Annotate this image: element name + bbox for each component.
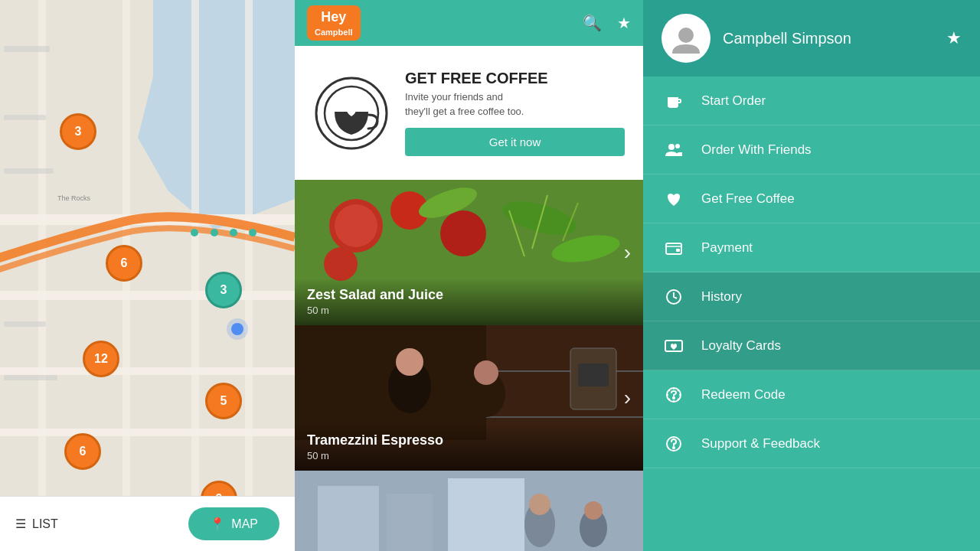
map-label: MAP	[231, 517, 258, 531]
card-arrow-1: ›	[624, 240, 631, 265]
sidebar-header: Campbell Simpson ★	[643, 0, 980, 77]
heart-icon	[662, 187, 686, 211]
list-icon: ☰	[15, 517, 26, 531]
logo-badge: Hey Campbell	[307, 5, 361, 41]
map-bottom-bar: ☰ LIST 📍 MAP	[0, 496, 295, 551]
map-panel: The Rocks 3 6 3 12 5 6 9 ☰ LIST 📍 MAP	[0, 0, 295, 551]
svg-point-66	[673, 447, 675, 448]
content-panel: Hey Campbell 🔍 ★ GET FREE COFFEE	[295, 0, 643, 551]
restaurant-card-3[interactable]	[295, 471, 643, 551]
restaurant-distance-2: 50 m	[307, 450, 631, 461]
svg-rect-12	[4, 321, 46, 327]
svg-point-28	[324, 247, 358, 281]
svg-point-16	[191, 229, 198, 236]
svg-rect-9	[4, 46, 50, 52]
restaurant-distance-1: 50 m	[307, 305, 631, 316]
svg-point-15	[227, 318, 248, 340]
card-overlay-2: Tramezzini Espresso 50 m	[295, 423, 643, 471]
menu-label-start-order: Start Order	[701, 93, 766, 109]
svg-rect-51	[448, 478, 524, 551]
map-button[interactable]: 📍 MAP	[188, 507, 279, 540]
svg-point-41	[396, 348, 423, 376]
card-arrow-2: ›	[624, 386, 631, 410]
svg-rect-45	[578, 364, 609, 386]
svg-rect-13	[4, 375, 57, 380]
menu-label-order-friends: Order With Friends	[701, 142, 812, 158]
map-pin-12[interactable]: 12	[83, 341, 119, 377]
menu-label-support: Support & Feedback	[701, 436, 820, 452]
menu-item-start-order[interactable]: Start Order	[643, 77, 980, 126]
promo-title: GET FREE COFFEE	[405, 70, 625, 87]
map-pin-5[interactable]: 5	[205, 383, 242, 419]
card-overlay-1: Zest Salad and Juice 50 m	[295, 278, 643, 325]
svg-text:The Rocks: The Rocks	[57, 194, 91, 202]
svg-point-17	[211, 229, 218, 236]
svg-rect-7	[191, 0, 199, 551]
logo-name: Campbell	[315, 27, 353, 37]
question-icon	[662, 432, 686, 456]
favorites-button[interactable]: ★	[617, 14, 631, 32]
promo-card: GET FREE COFFEE Invite your friends and …	[295, 46, 643, 180]
map-pin-6[interactable]: 6	[106, 245, 142, 282]
list-label: LIST	[32, 517, 58, 531]
menu-label-history: History	[701, 289, 742, 305]
redeem-icon	[662, 383, 686, 407]
user-name: Campbell Simpson	[723, 30, 851, 47]
svg-rect-10	[4, 115, 46, 120]
wallet-icon	[662, 236, 686, 260]
search-button[interactable]: 🔍	[583, 14, 602, 32]
map-pin-icon: 📍	[210, 517, 225, 531]
sidebar: Campbell Simpson ★ Start Order Order Wit…	[643, 0, 980, 551]
svg-point-18	[230, 229, 237, 236]
svg-rect-5	[38, 0, 46, 551]
coffee-icon	[662, 89, 686, 113]
map-pin-3-top[interactable]: 3	[60, 113, 96, 150]
svg-point-58	[675, 144, 680, 148]
svg-rect-49	[318, 486, 379, 551]
menu-label-free-coffee: Get Free Coffee	[701, 191, 795, 207]
restaurant-card-salad[interactable]: Zest Salad and Juice 50 m ›	[295, 180, 643, 325]
menu-item-loyalty-cards[interactable]: Loyalty Cards	[643, 321, 980, 370]
avatar	[662, 14, 710, 63]
coffee-cup-icon	[313, 75, 390, 152]
menu-label-loyalty-cards: Loyalty Cards	[701, 338, 781, 354]
svg-point-27	[440, 210, 486, 256]
svg-point-19	[249, 229, 256, 236]
map-pin-3-mid[interactable]: 3	[205, 272, 242, 308]
promo-text: GET FREE COFFEE Invite your friends and …	[405, 70, 625, 155]
svg-point-56	[678, 28, 694, 43]
svg-point-57	[668, 144, 675, 150]
promo-subtitle: Invite your friends and they'll get a fr…	[405, 90, 625, 118]
svg-rect-11	[4, 168, 54, 174]
menu-item-history[interactable]: History	[643, 272, 980, 321]
svg-point-64	[673, 397, 675, 399]
menu-item-support[interactable]: Support & Feedback	[643, 419, 980, 468]
svg-point-25	[335, 204, 377, 247]
menu-label-payment: Payment	[701, 240, 753, 256]
clock-icon	[662, 285, 686, 309]
map-pin-6-bottom[interactable]: 6	[64, 433, 101, 470]
header-icons: 🔍 ★	[583, 14, 631, 32]
svg-point-55	[584, 501, 603, 520]
svg-point-43	[474, 360, 498, 385]
list-button[interactable]: ☰ LIST	[15, 517, 58, 531]
restaurant-name-1: Zest Salad and Juice	[307, 287, 631, 303]
restaurant-card-espresso[interactable]: Tramezzini Espresso 50 m ›	[295, 325, 643, 471]
svg-rect-8	[245, 0, 253, 551]
menu-item-free-coffee[interactable]: Get Free Coffee	[643, 174, 980, 223]
sidebar-star-icon[interactable]: ★	[946, 28, 962, 48]
loyalty-card-icon	[662, 334, 686, 358]
menu-label-redeem-code: Redeem Code	[701, 387, 786, 403]
restaurant-name-2: Tramezzini Espresso	[307, 432, 631, 448]
svg-rect-50	[387, 494, 433, 551]
content-header: Hey Campbell 🔍 ★	[295, 0, 643, 46]
people-icon	[662, 138, 686, 162]
logo-hey: Hey	[315, 8, 353, 26]
get-it-now-button[interactable]: Get it now	[405, 128, 625, 156]
svg-point-53	[529, 494, 550, 515]
svg-rect-60	[676, 249, 680, 252]
menu-item-order-friends[interactable]: Order With Friends	[643, 126, 980, 174]
menu-item-redeem-code[interactable]: Redeem Code	[643, 370, 980, 419]
menu-item-payment[interactable]: Payment	[643, 223, 980, 272]
